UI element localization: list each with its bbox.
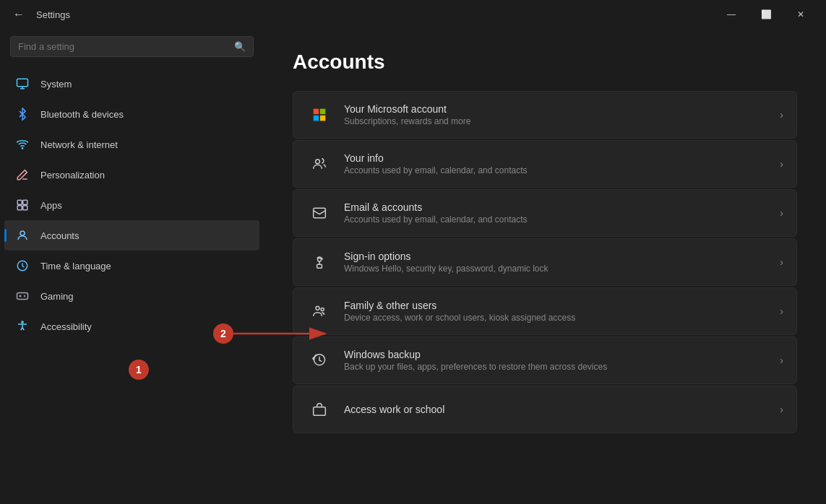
svg-rect-4: [17, 206, 22, 210]
search-input[interactable]: [18, 41, 228, 52]
maximize-button[interactable]: ⬜: [749, 4, 783, 25]
system-icon: [14, 76, 30, 92]
microsoft-account-icon: [306, 102, 332, 128]
search-container: 🔍: [0, 29, 264, 69]
settings-list: Your Microsoft account Subscriptions, re…: [293, 91, 797, 433]
signin-options-chevron: ›: [780, 256, 783, 268]
sidebar-item-network[interactable]: Network & internet: [4, 129, 259, 160]
back-button[interactable]: ←: [9, 4, 29, 25]
windows-backup-text: Windows backup Back up your files, apps,…: [344, 349, 768, 372]
family-users-subtitle: Device access, work or school users, kio…: [344, 313, 768, 323]
signin-options-text: Sign-in options Windows Hello, security …: [344, 251, 768, 274]
your-info-icon: [306, 151, 332, 177]
svg-rect-17: [317, 264, 322, 268]
page-wrapper: ← Settings — ⬜ ✕ 🔍: [0, 0, 826, 504]
microsoft-account-title: Your Microsoft account: [344, 103, 768, 115]
search-icon: 🔍: [234, 41, 246, 52]
svg-rect-15: [314, 208, 326, 217]
main-layout: 🔍 System Bluetooth & devices Network & i…: [0, 29, 826, 455]
family-users-title: Family & other users: [344, 300, 768, 311]
your-info-text: Your info Accounts used by email, calend…: [344, 152, 768, 175]
svg-point-9: [22, 321, 23, 323]
microsoft-account-subtitle: Subscriptions, rewards and more: [344, 116, 768, 126]
access-work-title: Access work or school: [344, 404, 768, 415]
sidebar-item-label-apps: Apps: [40, 200, 62, 211]
close-button[interactable]: ✕: [784, 4, 817, 25]
sidebar: 🔍 System Bluetooth & devices Network & i…: [0, 29, 264, 455]
bluetooth-icon: [14, 106, 30, 122]
access-work-chevron: ›: [780, 404, 783, 415]
sidebar-item-label-time: Time & language: [40, 261, 111, 271]
accessibility-icon: [14, 318, 30, 334]
windows-backup-subtitle: Back up your files, apps, preferences to…: [344, 362, 768, 372]
signin-options-subtitle: Windows Hello, security key, password, d…: [344, 264, 768, 274]
svg-point-14: [316, 160, 320, 164]
svg-rect-12: [314, 116, 319, 121]
email-accounts-subtitle: Accounts used by email, calendar, and co…: [344, 214, 768, 225]
family-users-chevron: ›: [780, 305, 783, 317]
sidebar-item-bluetooth[interactable]: Bluetooth & devices: [4, 99, 259, 129]
search-box[interactable]: 🔍: [10, 36, 254, 57]
minimize-button[interactable]: —: [715, 4, 748, 25]
content-area: Accounts Your Microsoft account Subscrip…: [264, 29, 826, 455]
sidebar-item-accessibility[interactable]: Accessibility: [4, 311, 259, 342]
setting-item-microsoft-account[interactable]: Your Microsoft account Subscriptions, re…: [293, 91, 797, 139]
svg-rect-3: [23, 200, 27, 204]
accounts-icon: [14, 227, 30, 243]
app-title: Settings: [36, 9, 70, 20]
network-icon: [14, 136, 30, 152]
email-accounts-chevron: ›: [780, 207, 783, 219]
sidebar-item-label-bluetooth: Bluetooth & devices: [40, 109, 124, 120]
your-info-title: Your info: [344, 152, 768, 164]
sidebar-item-system[interactable]: System: [4, 69, 259, 99]
svg-rect-13: [320, 116, 326, 121]
sidebar-item-label-system: System: [40, 79, 72, 90]
svg-point-18: [316, 306, 319, 310]
sidebar-item-time[interactable]: Time & language: [4, 251, 259, 281]
sidebar-item-accounts[interactable]: Accounts: [4, 220, 259, 251]
sidebar-item-apps[interactable]: Apps: [4, 190, 259, 220]
your-info-subtitle: Accounts used by email, calendar, and co…: [344, 165, 768, 175]
sidebar-item-gaming[interactable]: Gaming: [4, 281, 259, 311]
svg-rect-11: [320, 109, 326, 115]
access-work-text: Access work or school: [344, 404, 768, 415]
back-icon: ←: [13, 8, 25, 21]
sidebar-item-label-accounts: Accounts: [40, 230, 79, 241]
sidebar-item-label-gaming: Gaming: [40, 291, 74, 302]
svg-point-1: [22, 148, 23, 149]
svg-point-6: [20, 231, 25, 235]
page-title: Accounts: [293, 51, 797, 74]
svg-point-19: [321, 308, 324, 310]
family-users-icon: [306, 298, 332, 324]
svg-point-16: [318, 258, 322, 261]
svg-rect-20: [314, 407, 326, 416]
family-users-text: Family & other users Device access, work…: [344, 300, 768, 323]
time-icon: [14, 258, 30, 274]
setting-item-your-info[interactable]: Your info Accounts used by email, calend…: [293, 140, 797, 188]
setting-item-signin-options[interactable]: Sign-in options Windows Hello, security …: [293, 238, 797, 286]
nav-items: System Bluetooth & devices Network & int…: [0, 69, 264, 342]
svg-rect-10: [314, 109, 319, 115]
email-accounts-text: Email & accounts Accounts used by email,…: [344, 201, 768, 225]
setting-item-windows-backup[interactable]: Windows backup Back up your files, apps,…: [293, 336, 797, 384]
microsoft-account-chevron: ›: [780, 109, 783, 121]
windows-backup-icon: [306, 347, 332, 373]
gaming-icon: [14, 288, 30, 304]
svg-rect-0: [17, 79, 28, 87]
windows-backup-title: Windows backup: [344, 349, 768, 360]
titlebar: ← Settings — ⬜ ✕: [0, 0, 826, 29]
svg-rect-5: [23, 206, 27, 210]
sidebar-item-label-personalization: Personalization: [40, 170, 105, 181]
setting-item-access-work[interactable]: Access work or school ›: [293, 386, 797, 433]
setting-item-email-accounts[interactable]: Email & accounts Accounts used by email,…: [293, 189, 797, 237]
sidebar-item-personalization[interactable]: Personalization: [4, 160, 259, 190]
email-accounts-title: Email & accounts: [344, 201, 768, 213]
apps-icon: [14, 197, 30, 213]
svg-rect-8: [17, 293, 28, 300]
sidebar-item-label-network: Network & internet: [40, 139, 118, 150]
windows-backup-chevron: ›: [780, 355, 783, 366]
signin-options-title: Sign-in options: [344, 251, 768, 262]
email-accounts-icon: [306, 200, 332, 226]
setting-item-family-users[interactable]: Family & other users Device access, work…: [293, 287, 797, 335]
microsoft-account-text: Your Microsoft account Subscriptions, re…: [344, 103, 768, 126]
